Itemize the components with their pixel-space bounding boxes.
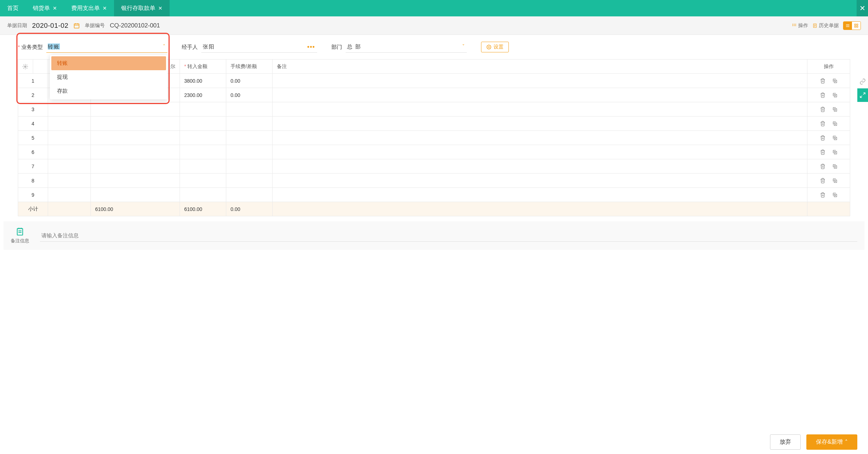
cell-fee[interactable]: 0.00 bbox=[226, 88, 273, 102]
cell-in-amt[interactable] bbox=[180, 145, 226, 159]
close-icon[interactable]: ✕ bbox=[158, 5, 162, 11]
cell-in-amt[interactable] bbox=[180, 188, 226, 202]
cell-fee[interactable] bbox=[226, 145, 273, 159]
cell-in-amt[interactable] bbox=[180, 131, 226, 145]
delete-icon[interactable] bbox=[820, 78, 826, 84]
subtotal-in: 6100.00 bbox=[180, 202, 226, 216]
copy-add-icon[interactable] bbox=[832, 164, 838, 169]
side-toolbar bbox=[857, 75, 868, 102]
handler-input[interactable]: 张阳 ••• bbox=[201, 41, 317, 53]
cell-out[interactable] bbox=[48, 159, 91, 174]
biz-type-select[interactable]: 转账 ˄ bbox=[46, 41, 167, 53]
dropdown-option-withdraw[interactable]: 提现 bbox=[51, 70, 166, 84]
history-button[interactable]: 历史单据 bbox=[812, 22, 839, 29]
cell-remark[interactable] bbox=[273, 174, 807, 188]
cell-mid[interactable] bbox=[91, 159, 180, 174]
copy-add-icon[interactable] bbox=[832, 149, 838, 155]
cell-remark[interactable] bbox=[273, 102, 807, 117]
cell-in-amt[interactable] bbox=[180, 117, 226, 131]
link-icon[interactable] bbox=[857, 75, 868, 88]
delete-icon[interactable] bbox=[820, 178, 826, 184]
table-row[interactable]: 7 bbox=[18, 159, 850, 174]
table-row[interactable]: 9 bbox=[18, 188, 850, 202]
copy-add-icon[interactable] bbox=[832, 135, 838, 141]
tab-sales-order[interactable]: 销货单✕ bbox=[26, 0, 64, 16]
delete-icon[interactable] bbox=[820, 107, 826, 112]
view-list-icon[interactable] bbox=[843, 22, 852, 30]
cell-out[interactable] bbox=[48, 117, 91, 131]
cell-fee[interactable] bbox=[226, 159, 273, 174]
tab-bank-transfer[interactable]: 银行存取款单✕ bbox=[114, 0, 170, 16]
table-row[interactable]: 4 bbox=[18, 117, 850, 131]
cell-remark[interactable] bbox=[273, 131, 807, 145]
cell-mid[interactable] bbox=[91, 131, 180, 145]
cell-fee[interactable] bbox=[226, 188, 273, 202]
cell-fee[interactable] bbox=[226, 131, 273, 145]
tab-home[interactable]: 首页 bbox=[0, 0, 26, 16]
delete-icon[interactable] bbox=[820, 192, 826, 198]
delete-icon[interactable] bbox=[820, 164, 826, 169]
delete-icon[interactable] bbox=[820, 92, 826, 98]
delete-icon[interactable] bbox=[820, 135, 826, 141]
settings-button[interactable]: 设置 bbox=[481, 42, 509, 52]
number-value: CQ-20200102-001 bbox=[110, 22, 160, 29]
close-icon[interactable]: ✕ bbox=[53, 5, 57, 11]
cell-remark[interactable] bbox=[273, 117, 807, 131]
dropdown-option-deposit[interactable]: 存款 bbox=[51, 84, 166, 98]
delete-icon[interactable] bbox=[820, 149, 826, 155]
copy-add-icon[interactable] bbox=[832, 107, 838, 112]
cell-in-amt[interactable] bbox=[180, 159, 226, 174]
svg-rect-17 bbox=[854, 24, 856, 25]
calendar-icon[interactable] bbox=[73, 22, 80, 29]
cell-in-amt[interactable] bbox=[180, 102, 226, 117]
table-row[interactable]: 3 bbox=[18, 102, 850, 117]
date-value[interactable]: 2020-01-02 bbox=[32, 22, 68, 30]
cell-out[interactable] bbox=[48, 102, 91, 117]
svg-point-4 bbox=[792, 24, 793, 24]
view-grid-icon[interactable] bbox=[852, 22, 861, 30]
svg-point-22 bbox=[25, 66, 26, 67]
cell-fee[interactable] bbox=[226, 174, 273, 188]
cell-mid[interactable] bbox=[91, 188, 180, 202]
dropdown-option-transfer[interactable]: 转账 bbox=[51, 56, 166, 70]
copy-add-icon[interactable] bbox=[832, 178, 838, 184]
cell-mid[interactable] bbox=[91, 117, 180, 131]
cell-in-amt[interactable]: 3800.00 bbox=[180, 74, 226, 88]
cell-mid[interactable] bbox=[91, 102, 180, 117]
cell-remark[interactable] bbox=[273, 74, 807, 88]
delete-icon[interactable] bbox=[820, 121, 826, 127]
copy-add-icon[interactable] bbox=[832, 121, 838, 127]
copy-add-icon[interactable] bbox=[832, 78, 838, 84]
table-row[interactable]: 5 bbox=[18, 131, 850, 145]
cell-out[interactable] bbox=[48, 131, 91, 145]
cell-fee[interactable]: 0.00 bbox=[226, 74, 273, 88]
copy-add-icon[interactable] bbox=[832, 92, 838, 98]
cell-remark[interactable] bbox=[273, 159, 807, 174]
cell-in-amt[interactable]: 2300.00 bbox=[180, 88, 226, 102]
remark-input[interactable] bbox=[40, 229, 857, 242]
expand-icon[interactable] bbox=[857, 88, 868, 102]
cell-fee[interactable] bbox=[226, 102, 273, 117]
cell-remark[interactable] bbox=[273, 188, 807, 202]
dept-select[interactable]: 总 部 ˅ bbox=[346, 41, 467, 53]
tab-expense[interactable]: 费用支出单✕ bbox=[64, 0, 114, 16]
cell-out[interactable] bbox=[48, 188, 91, 202]
operate-button[interactable]: 操作 bbox=[792, 22, 808, 29]
close-all-icon[interactable]: ✕ bbox=[857, 0, 868, 16]
cell-mid[interactable] bbox=[91, 174, 180, 188]
cell-out[interactable] bbox=[48, 174, 91, 188]
cell-mid[interactable] bbox=[91, 145, 180, 159]
cell-in-amt[interactable] bbox=[180, 174, 226, 188]
copy-add-icon[interactable] bbox=[832, 192, 838, 198]
table-row[interactable]: 8 bbox=[18, 174, 850, 188]
row-number: 4 bbox=[18, 117, 48, 131]
cell-fee[interactable] bbox=[226, 117, 273, 131]
gear-header[interactable] bbox=[18, 60, 33, 74]
close-icon[interactable]: ✕ bbox=[103, 5, 107, 11]
cell-remark[interactable] bbox=[273, 88, 807, 102]
cell-out[interactable] bbox=[48, 145, 91, 159]
table-row[interactable]: 6 bbox=[18, 145, 850, 159]
cell-remark[interactable] bbox=[273, 145, 807, 159]
biz-type-field: *业务类型 转账 ˄ 转账 提现 存款 bbox=[18, 41, 167, 53]
more-icon[interactable]: ••• bbox=[307, 43, 315, 51]
